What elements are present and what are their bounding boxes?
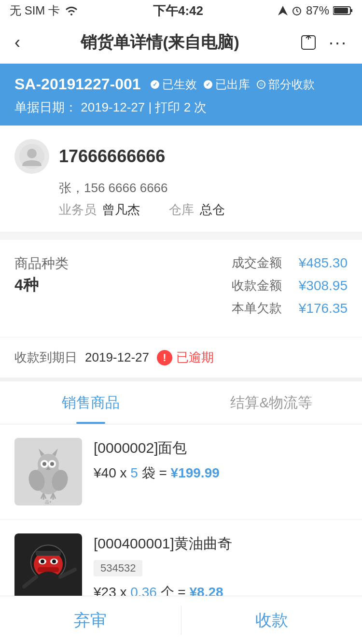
overdue-text: 已逾期 xyxy=(176,349,214,366)
battery-icon xyxy=(333,6,352,15)
product-type-label: 商品种类 xyxy=(14,254,69,273)
check-icon-2 xyxy=(204,80,212,89)
tab-underline xyxy=(76,422,105,424)
order-banner: SA-20191227-001 已生效 已出库 ⊙ 部分收款 单据日期： 201… xyxy=(0,64,362,126)
order-id: SA-20191227-001 xyxy=(14,75,141,93)
carrier-text: 无 SIM 卡 xyxy=(10,3,60,18)
battery-text: 87% xyxy=(306,4,329,17)
overdue-alert-icon: ! xyxy=(157,350,172,365)
wifi-icon xyxy=(65,6,78,15)
status-tags: 已生效 已出库 ⊙ 部分收款 xyxy=(151,77,315,92)
banner-row1: SA-20191227-001 已生效 已出库 ⊙ 部分收款 xyxy=(14,75,348,93)
warehouse-info: 仓库 总仓 xyxy=(169,201,225,218)
svg-text:品+: 品+ xyxy=(45,500,52,504)
alarm-icon xyxy=(292,5,302,16)
avatar xyxy=(14,139,49,174)
stats-section: 商品种类 4种 成交金额 ¥485.30 收款金额 ¥308.95 本单欠款 ¥… xyxy=(0,240,362,337)
due-date-label: 收款到期日 xyxy=(14,349,77,366)
user-avatar-icon xyxy=(19,144,44,169)
salesperson-info: 业务员 曾凡杰 xyxy=(59,201,140,218)
receipt-amount: 收款金额 ¥308.95 xyxy=(232,277,348,294)
confirm-button[interactable]: 收款 xyxy=(181,596,362,644)
tabs-section: 销售商品 结算&物流等 xyxy=(0,381,362,424)
product-type-value: 4种 xyxy=(14,275,69,296)
stats-grid: 商品种类 4种 成交金额 ¥485.30 收款金额 ¥308.95 本单欠款 ¥… xyxy=(14,254,348,322)
status-tag-shipped: 已出库 xyxy=(204,77,250,92)
customer-name: 17666666666 xyxy=(59,146,165,167)
warehouse-label: 仓库 xyxy=(169,201,194,218)
customer-detail: 张，156 6666 6666 xyxy=(59,180,348,196)
product-total-1: ¥199.99 xyxy=(171,465,220,480)
nav-bar: ‹ 销货单详情(来自电脑) ··· xyxy=(0,21,362,64)
customer-meta: 业务员 曾凡杰 仓库 总仓 xyxy=(59,201,348,218)
product-item: 品+ [0000002]面包 ¥40 x 5 袋 = ¥199.99 xyxy=(0,424,362,519)
clock-icon: ⊙ xyxy=(257,80,265,89)
customer-row: 17666666666 xyxy=(14,139,348,174)
product-name-2: [000400001]黄油曲奇 xyxy=(94,533,348,554)
share-icon[interactable] xyxy=(300,34,317,51)
svg-line-3 xyxy=(297,11,298,12)
status-bar: 无 SIM 卡 下午4:42 87% xyxy=(0,0,362,21)
product-image-2 xyxy=(14,533,82,601)
transaction-amount: 成交金额 ¥485.30 xyxy=(232,254,348,271)
location-icon xyxy=(278,6,288,15)
due-date-section: 收款到期日 2019-12-27 ! 已逾期 xyxy=(0,337,362,381)
check-icon-1 xyxy=(151,80,159,89)
nav-actions: ··· xyxy=(300,32,348,53)
product-placeholder-owl: 品+ xyxy=(14,438,82,505)
back-button[interactable]: ‹ xyxy=(14,32,20,53)
svg-point-18 xyxy=(42,462,46,466)
status-left: 无 SIM 卡 xyxy=(10,3,78,18)
bottom-bar: 弃审 收款 xyxy=(0,596,362,644)
svg-point-39 xyxy=(34,572,63,597)
status-tag-effective: 已生效 xyxy=(151,77,197,92)
stats-left: 商品种类 4种 xyxy=(14,254,69,298)
product-image-1: 品+ xyxy=(14,438,82,505)
product-qty-1: 5 xyxy=(130,465,138,480)
product-name-1: [0000002]面包 xyxy=(94,438,348,458)
debt-amount: 本单欠款 ¥176.35 xyxy=(232,300,348,317)
salesperson-value: 曾凡杰 xyxy=(102,201,140,218)
svg-point-19 xyxy=(50,462,54,466)
svg-rect-6 xyxy=(334,8,348,14)
more-button[interactable]: ··· xyxy=(329,32,348,53)
due-date-value: 2019-12-27 xyxy=(85,350,149,365)
cancel-button[interactable]: 弃审 xyxy=(0,596,181,644)
svg-point-35 xyxy=(41,560,44,563)
warehouse-value: 总仓 xyxy=(200,201,225,218)
salesperson-label: 业务员 xyxy=(59,201,97,218)
svg-rect-5 xyxy=(350,9,352,12)
product-sku-2: 534532 xyxy=(94,560,142,576)
svg-marker-0 xyxy=(278,6,288,15)
status-tag-partial: ⊙ 部分收款 xyxy=(257,77,315,92)
product-info-1: [0000002]面包 ¥40 x 5 袋 = ¥199.99 xyxy=(94,438,348,505)
tab-settlement[interactable]: 结算&物流等 xyxy=(181,381,362,424)
status-time: 下午4:42 xyxy=(153,2,203,19)
products-section: 品+ [0000002]面包 ¥40 x 5 袋 = ¥199.99 xyxy=(0,424,362,615)
page-title: 销货单详情(来自电脑) xyxy=(81,31,239,54)
overdue-badge: ! 已逾期 xyxy=(157,349,214,366)
product-info-2: [000400001]黄油曲奇 534532 ¥23 x 0.36 个 = ¥8… xyxy=(94,533,348,602)
svg-point-10 xyxy=(27,149,37,158)
banner-date: 单据日期： 2019-12-27 | 打印 2 次 xyxy=(14,99,348,116)
stats-right: 成交金额 ¥485.30 收款金额 ¥308.95 本单欠款 ¥176.35 xyxy=(232,254,348,322)
svg-rect-38 xyxy=(36,551,61,556)
svg-point-36 xyxy=(52,560,56,563)
tab-sales-products[interactable]: 销售商品 xyxy=(0,381,181,424)
svg-rect-37 xyxy=(38,567,59,572)
product-placeholder-ninja xyxy=(14,533,82,601)
customer-section: 17666666666 张，156 6666 6666 业务员 曾凡杰 仓库 总… xyxy=(0,126,362,232)
product-price-1: ¥40 x 5 袋 = ¥199.99 xyxy=(94,464,348,482)
status-right: 87% xyxy=(278,4,352,17)
